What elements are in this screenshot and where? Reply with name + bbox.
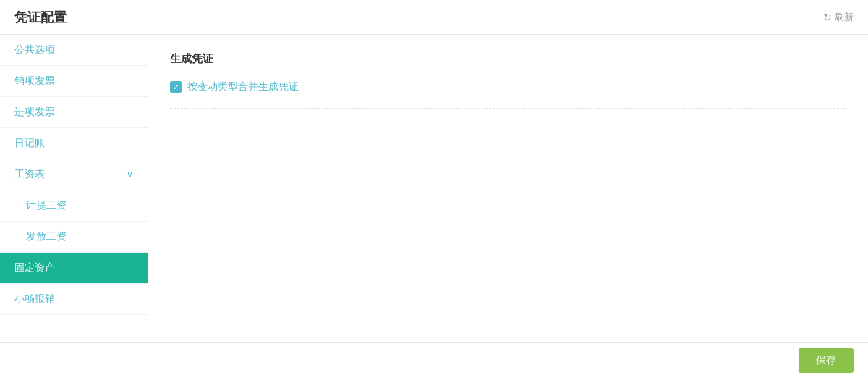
- refresh-icon: ↻: [823, 12, 832, 23]
- save-button[interactable]: 保存: [799, 348, 854, 373]
- page-footer: 保存: [0, 342, 868, 378]
- sidebar-item-label: 日记账: [14, 137, 45, 150]
- page-header: 凭证配置 ↻ 刷新: [0, 0, 868, 35]
- sidebar-item-label: 公共选项: [14, 43, 55, 56]
- sidebar-item-fixed-assets[interactable]: 固定资产: [0, 253, 148, 284]
- sidebar-item-petty-cash[interactable]: 小畅报销: [0, 284, 148, 315]
- checkmark-icon: ✓: [173, 83, 179, 91]
- section-title: 生成凭证: [170, 52, 846, 66]
- sidebar-item-label: 计提工资: [26, 199, 67, 212]
- merge-checkbox[interactable]: ✓: [170, 81, 182, 93]
- sidebar-item-label: 进项发票: [14, 106, 55, 119]
- sidebar-item-sales-invoice[interactable]: 销项发票: [0, 66, 148, 97]
- sidebar-item-label: 发放工资: [26, 230, 67, 243]
- sidebar-item-public-options[interactable]: 公共选项: [0, 35, 148, 66]
- page-container: 凭证配置 ↻ 刷新 公共选项销项发票进项发票日记账工资表∨计提工资发放工资固定资…: [0, 0, 868, 378]
- sidebar-item-pay-wages[interactable]: 发放工资: [0, 222, 148, 253]
- chevron-down-icon: ∨: [127, 169, 133, 180]
- checkbox-label[interactable]: 按变动类型合并生成凭证: [187, 80, 299, 93]
- page-title: 凭证配置: [14, 9, 67, 26]
- sidebar-item-label: 工资表: [14, 168, 45, 181]
- sidebar-item-payroll[interactable]: 工资表∨: [0, 159, 148, 190]
- content-area: 生成凭证 ✓ 按变动类型合并生成凭证: [148, 35, 868, 342]
- sidebar-item-label: 小畅报销: [14, 293, 55, 306]
- refresh-button[interactable]: ↻ 刷新: [823, 11, 854, 24]
- sidebar-item-journal[interactable]: 日记账: [0, 128, 148, 159]
- refresh-label: 刷新: [835, 11, 854, 24]
- sidebar-item-label: 销项发票: [14, 75, 55, 88]
- sidebar-item-purchase-invoice[interactable]: 进项发票: [0, 97, 148, 128]
- section-divider: [170, 108, 846, 109]
- main-content: 公共选项销项发票进项发票日记账工资表∨计提工资发放工资固定资产小畅报销 生成凭证…: [0, 35, 868, 342]
- checkbox-row: ✓ 按变动类型合并生成凭证: [170, 80, 846, 93]
- sidebar: 公共选项销项发票进项发票日记账工资表∨计提工资发放工资固定资产小畅报销: [0, 35, 148, 342]
- sidebar-item-label: 固定资产: [14, 261, 55, 274]
- sidebar-item-accrued-wages[interactable]: 计提工资: [0, 190, 148, 222]
